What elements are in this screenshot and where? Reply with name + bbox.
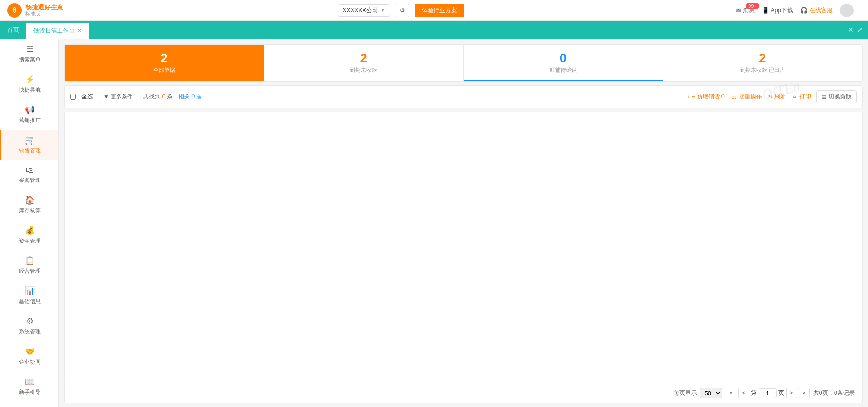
toolbar: 全选 ▼ 更多条件 共找到 0 条 相关单据 + + 新增销货单 ⚏ bbox=[64, 85, 863, 108]
experience-button[interactable]: 体验行业方案 bbox=[415, 4, 464, 17]
sidebar-item-operations[interactable]: 📋 经营管理 bbox=[0, 250, 58, 281]
summary-card-shipped[interactable]: 2 到期未收款 已出库 bbox=[663, 45, 862, 81]
per-page-label: 每页显示 bbox=[674, 389, 697, 397]
user-avatar[interactable] bbox=[840, 4, 854, 17]
sidebar-item-marketing[interactable]: 📢 营销推广 bbox=[0, 99, 58, 130]
per-page-selector: 每页显示 50 bbox=[674, 388, 722, 398]
app-subtitle: 标准版 bbox=[25, 11, 63, 17]
sidebar-item-finance[interactable]: 💰 资金管理 bbox=[0, 220, 58, 250]
last-page-button[interactable]: » bbox=[799, 388, 810, 398]
top-header: 6 畅捷通好生意 标准版 XXXXXX公司 ▼ ⚙ 体验行业方案 ✉ 消息 99… bbox=[0, 0, 868, 21]
switch-icon: ⊞ bbox=[821, 94, 826, 100]
per-page-select[interactable]: 50 bbox=[700, 388, 722, 398]
prev-page-button[interactable]: < bbox=[738, 388, 749, 398]
tab-home-label: 首页 bbox=[7, 26, 19, 34]
sidebar-marketing-label: 营销推广 bbox=[19, 117, 41, 124]
page-suffix: 页 bbox=[778, 389, 784, 397]
card-underline-shipped bbox=[663, 80, 862, 81]
tab-close-action[interactable]: ✕ bbox=[848, 26, 854, 33]
sidebar-item-system[interactable]: ⚙ 系统管理 bbox=[0, 311, 58, 341]
app-download-button[interactable]: 📱 App下载 bbox=[762, 6, 793, 14]
tab-home[interactable]: 首页 bbox=[0, 21, 26, 39]
logo-icon: 6 bbox=[7, 3, 22, 18]
summary-card-pending[interactable]: 0 旺辅待确认 bbox=[464, 45, 663, 81]
purchase-icon: 🛍 bbox=[26, 165, 34, 175]
found-prefix: 共找到 bbox=[143, 93, 160, 100]
service-icon: 🎧 bbox=[800, 7, 807, 14]
select-all-label: 全选 bbox=[81, 93, 93, 101]
switch-label: 切换新版 bbox=[828, 93, 852, 101]
refresh-icon: ↻ bbox=[768, 94, 773, 100]
batch-operation-button[interactable]: ⚏ 批量操作 bbox=[731, 93, 762, 101]
card-label-shipped: 到期未收款 已出库 bbox=[672, 66, 853, 74]
sales-icon: 🛒 bbox=[25, 135, 35, 145]
basic-info-icon: 📊 bbox=[25, 286, 35, 296]
switch-version-button[interactable]: ⊞ 切换新版 bbox=[816, 90, 857, 103]
tab-expand-action[interactable]: ⤢ bbox=[857, 26, 863, 33]
card-label-all: 全部单据 bbox=[74, 66, 255, 74]
sidebar-system-label: 系统管理 bbox=[19, 328, 41, 336]
company-name: XXXXXX公司 bbox=[343, 6, 378, 14]
toolbar-right: + + 新增销货单 ⚏ 批量操作 ↻ 刷新 🖨 打印 ⊞ 切换新版 bbox=[686, 90, 857, 103]
sidebar-item-quicknav[interactable]: ⚡ 快捷导航 bbox=[0, 69, 58, 99]
finance-icon: 💰 bbox=[25, 225, 35, 235]
system-icon: ⚙ bbox=[26, 316, 33, 326]
sidebar-item-sales[interactable]: 🛒 销售管理 bbox=[0, 130, 58, 160]
app-download-label: App下载 bbox=[771, 6, 793, 14]
filter-label: 更多条件 bbox=[111, 93, 132, 101]
page-input[interactable] bbox=[759, 388, 777, 398]
print-icon: 🖨 bbox=[792, 94, 797, 100]
sidebar-item-guide[interactable]: 📖 新手引导 bbox=[0, 371, 58, 402]
tab-workbench[interactable]: 钱货日清工作台 ✕ bbox=[26, 23, 89, 39]
select-all-checkbox[interactable] bbox=[70, 94, 76, 100]
next-page-button[interactable]: > bbox=[786, 388, 797, 398]
summary-card-overdue[interactable]: 2 到期未收款 bbox=[264, 45, 463, 81]
tab-close-icon[interactable]: ✕ bbox=[77, 28, 82, 34]
card-count-pending: 0 bbox=[473, 52, 654, 65]
sidebar-search-label: 搜索菜单 bbox=[19, 56, 41, 64]
online-service-button[interactable]: 🎧 在线客服 bbox=[800, 6, 833, 14]
found-unit: 条 bbox=[167, 93, 173, 100]
first-page-button[interactable]: « bbox=[726, 388, 736, 398]
inventory-icon: 🏠 bbox=[25, 195, 35, 205]
tab-workbench-label: 钱货日清工作台 bbox=[33, 27, 75, 35]
summary-card-all[interactable]: 2 全部单据 bbox=[65, 45, 264, 81]
refresh-button[interactable]: ↻ 刷新 bbox=[768, 93, 786, 101]
sidebar-item-appcenter[interactable]: 📦 应用中心 bbox=[0, 402, 58, 407]
sidebar: ☰ 搜索菜单 ⚡ 快捷导航 📢 营销推广 🛒 销售管理 🛍 采购管理 🏠 库存核… bbox=[0, 39, 59, 407]
add-sales-order-button[interactable]: + + 新增销货单 bbox=[686, 93, 726, 101]
pagination: 每页显示 50 « < 第 页 > » 共0页，0条记录 bbox=[64, 383, 863, 403]
filter-button[interactable]: ▼ 更多条件 bbox=[99, 91, 137, 103]
card-underline-all bbox=[65, 80, 264, 81]
batch-label: 批量操作 bbox=[739, 93, 762, 101]
sidebar-item-inventory[interactable]: 🏠 库存核算 bbox=[0, 190, 58, 220]
total-info: 共0页，0条记录 bbox=[813, 389, 855, 397]
chevron-down-icon: ▼ bbox=[381, 8, 385, 13]
operations-icon: 📋 bbox=[25, 256, 35, 266]
found-text: 共找到 0 条 bbox=[143, 93, 173, 101]
quicknav-icon: ⚡ bbox=[25, 75, 35, 84]
card-label-pending: 旺辅待确认 bbox=[473, 66, 654, 74]
sidebar-item-enterprise[interactable]: 🤝 企业协同 bbox=[0, 341, 58, 371]
batch-icon: ⚏ bbox=[731, 94, 737, 100]
header-center: XXXXXX公司 ▼ ⚙ 体验行业方案 bbox=[338, 4, 464, 17]
sidebar-inventory-label: 库存核算 bbox=[19, 207, 41, 215]
sidebar-guide-label: 新手引导 bbox=[19, 388, 41, 396]
company-selector[interactable]: XXXXXX公司 ▼ bbox=[338, 4, 390, 17]
card-underline-pending bbox=[464, 80, 663, 81]
related-docs-button[interactable]: 相关单据 bbox=[178, 93, 202, 101]
sidebar-item-basic[interactable]: 📊 基础信息 bbox=[0, 281, 58, 311]
message-icon: ✉ bbox=[736, 7, 741, 14]
sidebar-item-search[interactable]: ☰ 搜索菜单 bbox=[0, 39, 58, 69]
sidebar-quicknav-label: 快捷导航 bbox=[19, 86, 41, 94]
marketing-icon: 📢 bbox=[25, 105, 35, 115]
download-icon: 📱 bbox=[762, 7, 769, 14]
print-button[interactable]: 🖨 打印 bbox=[792, 93, 811, 101]
message-button[interactable]: ✉ 消息 99+ bbox=[736, 6, 755, 14]
refresh-label: 刷新 bbox=[774, 93, 786, 101]
sidebar-sales-label: 销售管理 bbox=[19, 147, 41, 154]
settings-button[interactable]: ⚙ bbox=[396, 4, 409, 17]
card-count-overdue: 2 bbox=[273, 52, 454, 65]
page-navigation: « < 第 页 > » bbox=[726, 388, 810, 398]
sidebar-item-purchase[interactable]: 🛍 采购管理 bbox=[0, 160, 58, 190]
